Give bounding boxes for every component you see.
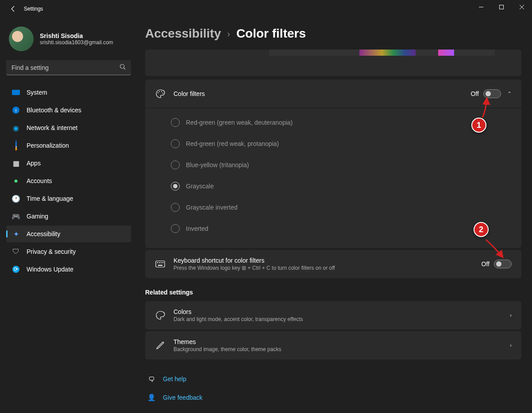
profile-email: srishti.sisodia1603@gmail.com <box>40 39 113 46</box>
sidebar-item-label: Network & internet <box>27 124 77 131</box>
system-icon <box>12 88 20 97</box>
minimize-icon <box>479 5 483 9</box>
chevron-right-icon: › <box>227 29 230 39</box>
sidebar-item-accounts[interactable]: ●Accounts <box>6 172 131 189</box>
close-icon <box>520 5 524 9</box>
page-title: Color filters <box>236 27 306 41</box>
close-button[interactable] <box>512 0 532 14</box>
svg-rect-9 <box>157 262 158 263</box>
sidebar-item-label: Bluetooth & devices <box>27 107 81 114</box>
sidebar-item-update[interactable]: ⟳Windows Update <box>6 261 131 278</box>
clock-icon: 🕐 <box>12 194 20 203</box>
sidebar-item-label: Accounts <box>27 177 52 184</box>
search-input[interactable] <box>6 60 131 75</box>
sidebar-item-label: Time & language <box>27 195 73 202</box>
feedback-icon: 👤 <box>146 394 157 402</box>
sidebar-item-label: Windows Update <box>27 266 73 273</box>
filter-option-grayscale[interactable]: Grayscale <box>171 176 512 197</box>
give-feedback-row[interactable]: 👤 Give feedback <box>145 390 521 405</box>
filter-option-inverted[interactable]: Inverted <box>171 218 512 239</box>
keyboard-shortcut-toggle[interactable] <box>494 260 512 268</box>
radio-icon <box>171 118 180 127</box>
main-content: Accessibility › Color filters Color filt… <box>137 18 532 413</box>
profile-name: Srishti Sisodia <box>40 32 113 39</box>
nav-list: System ᚼBluetooth & devices ◉Network & i… <box>6 84 131 278</box>
sidebar-item-label: System <box>27 89 47 96</box>
radio-icon <box>171 139 180 148</box>
link-title: Colors <box>173 308 510 315</box>
window-controls <box>471 0 532 14</box>
sidebar-item-label: Apps <box>27 160 41 167</box>
filter-option-deuteranopia[interactable]: Red-green (green weak, deuteranopia) <box>171 112 512 133</box>
radio-icon <box>171 203 180 212</box>
sidebar-item-accessibility[interactable]: ✦Accessibility <box>6 226 131 242</box>
svg-rect-10 <box>159 262 160 263</box>
maximize-button[interactable] <box>491 0 512 14</box>
link-subtitle: Dark and light mode, accent color, trans… <box>173 316 510 322</box>
search-icon <box>120 64 126 72</box>
filter-option-grayscale-inverted[interactable]: Grayscale inverted <box>171 197 512 218</box>
card-title: Keyboard shortcut for color filters <box>173 257 482 264</box>
keyboard-icon <box>155 259 166 269</box>
annotation-arrow-2 <box>483 237 505 259</box>
link-subtitle: Background image, theme color, theme pac… <box>173 346 510 352</box>
svg-point-5 <box>159 91 160 92</box>
titlebar: Settings <box>0 0 532 18</box>
avatar <box>9 27 34 51</box>
svg-rect-11 <box>161 262 162 263</box>
svg-point-4 <box>158 92 158 93</box>
sidebar-item-label: Accessibility <box>27 230 60 237</box>
help-icon: 🗨 <box>146 375 157 383</box>
svg-line-3 <box>124 68 126 70</box>
bluetooth-icon: ᚼ <box>12 106 20 115</box>
sidebar-item-system[interactable]: System <box>6 84 131 101</box>
themes-link-card[interactable]: Themes Background image, theme color, th… <box>145 331 521 359</box>
link-title: Themes <box>173 338 510 345</box>
sidebar-item-privacy[interactable]: 🛡Privacy & security <box>6 243 131 260</box>
arrow-left-icon <box>10 5 17 12</box>
svg-rect-8 <box>156 261 165 267</box>
sidebar-item-gaming[interactable]: 🎮Gaming <box>6 208 131 225</box>
card-title: Color filters <box>173 90 471 97</box>
sidebar: Srishti Sisodia srishti.sisodia1603@gmai… <box>0 18 137 413</box>
accessibility-icon: ✦ <box>12 229 20 238</box>
get-help-row[interactable]: 🗨 Get help <box>145 371 521 387</box>
svg-point-7 <box>162 93 163 94</box>
radio-label: Inverted <box>186 225 208 232</box>
color-preview-strip <box>269 50 495 56</box>
chevron-right-icon: › <box>510 342 512 348</box>
card-subtitle: Press the Windows logo key ⊞ + Ctrl + C … <box>173 265 482 271</box>
toggle-knob <box>496 261 501 267</box>
back-button[interactable] <box>9 4 18 13</box>
sidebar-item-bluetooth[interactable]: ᚼBluetooth & devices <box>6 102 131 119</box>
filter-option-tritanopia[interactable]: Blue-yellow (tritanopia) <box>171 154 512 176</box>
radio-label: Red-green (red weak, protanopia) <box>186 140 279 147</box>
colors-link-card[interactable]: Colors Dark and light mode, accent color… <box>145 301 521 329</box>
search-wrap <box>6 60 131 75</box>
profile-block[interactable]: Srishti Sisodia srishti.sisodia1603@gmai… <box>6 27 131 51</box>
radio-label: Grayscale inverted <box>186 204 238 211</box>
radio-label: Blue-yellow (tritanopia) <box>186 161 249 168</box>
sidebar-item-time[interactable]: 🕐Time & language <box>6 190 131 207</box>
related-settings-heading: Related settings <box>145 289 521 296</box>
annotation-badge-1: 1 <box>471 118 486 133</box>
svg-rect-13 <box>158 265 162 266</box>
annotation-arrow-1 <box>478 96 491 119</box>
shield-icon: 🛡 <box>12 247 20 256</box>
wifi-icon: ◉ <box>12 123 20 132</box>
chevron-up-icon: ⌃ <box>507 91 512 97</box>
palette-icon <box>155 310 166 320</box>
sidebar-item-apps[interactable]: ▦Apps <box>6 155 131 172</box>
keyboard-shortcut-card[interactable]: Keyboard shortcut for color filters Pres… <box>145 250 521 278</box>
get-help-link[interactable]: Get help <box>163 375 186 382</box>
sidebar-item-label: Privacy & security <box>27 248 76 255</box>
sidebar-item-network[interactable]: ◉Network & internet <box>6 119 131 136</box>
sidebar-item-label: Gaming <box>27 213 48 220</box>
color-filters-card: Color filters Off ⌃ Red-green (green wea… <box>145 80 521 248</box>
color-filters-header[interactable]: Color filters Off ⌃ <box>145 80 521 108</box>
minimize-button[interactable] <box>471 0 491 14</box>
sidebar-item-personalization[interactable]: 🖌️Personalization <box>6 137 131 154</box>
breadcrumb-parent[interactable]: Accessibility <box>145 27 221 41</box>
filter-option-protanopia[interactable]: Red-green (red weak, protanopia) <box>171 133 512 154</box>
give-feedback-link[interactable]: Give feedback <box>163 394 203 401</box>
